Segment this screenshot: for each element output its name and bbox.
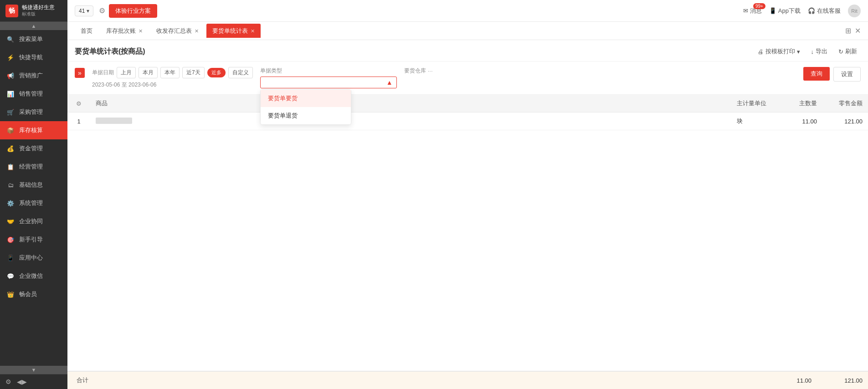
footer-amount: 121.00	[817, 377, 863, 384]
col-qty-header: 主数量	[777, 95, 822, 113]
headset-icon: 🎧	[808, 7, 815, 14]
filter-bar: » 单据日期 上月 本月 本年 近7天 近多 自定义 2023-05-0	[67, 61, 868, 95]
refresh-btn[interactable]: ↻ 刷新	[835, 46, 861, 57]
date-btn-custom[interactable]: 自定义	[228, 67, 253, 78]
sidebar-item-finance[interactable]: 💰 资金管理	[0, 139, 67, 158]
sidebar-item-sales[interactable]: 📊 销售管理	[0, 85, 67, 103]
user-avatar-area[interactable]: Rit	[848, 5, 861, 17]
sidebar-item-apps[interactable]: 📱 应用中心	[0, 249, 67, 267]
tab-home[interactable]: 首页	[75, 24, 98, 38]
tab-close-all-icon[interactable]: ✕	[855, 26, 861, 35]
table-row: 1 块 11.00 121.0	[67, 113, 868, 130]
sidebar-bottom: ⚙ ◀▶	[0, 374, 67, 389]
date-range-display: 2023-05-06 至 2023-06-06	[92, 81, 253, 89]
dropdown-item-order-return[interactable]: 要货单退货	[261, 107, 351, 124]
sidebar-item-purchase[interactable]: 🛒 采购管理	[0, 103, 67, 121]
date-btn-last7days[interactable]: 近7天	[182, 67, 205, 78]
filter-warehouse-group: 要货仓库 ···	[404, 67, 433, 75]
base-icon: 🗂	[5, 180, 15, 190]
message-icon: ✉	[743, 7, 748, 14]
date-btn-this-year[interactable]: 本年	[160, 67, 180, 78]
date-btn-more[interactable]: 近多	[207, 68, 226, 77]
trial-button[interactable]: 体验行业方案	[109, 4, 157, 18]
operations-icon: 📋	[5, 162, 15, 172]
date-label: 单据日期	[92, 69, 114, 77]
sidebar-item-search[interactable]: 🔍 搜索菜单	[0, 30, 67, 48]
tab-order-summary[interactable]: 要货单统计表 ✕	[206, 24, 261, 38]
col-product-header: 商品	[90, 95, 731, 113]
search-icon: 🔍	[5, 34, 15, 44]
tabs-right-actions: ⊞ ✕	[845, 26, 861, 35]
app-version: 标准版	[22, 11, 55, 17]
sidebar-scroll-down[interactable]: ▼	[0, 366, 67, 374]
cell-quantity: 11.00	[777, 113, 822, 130]
filter-actions: 查询 设置	[803, 67, 861, 82]
gear-icon[interactable]: ⚙	[99, 6, 105, 15]
type-dropdown-arrow[interactable]: ▲	[386, 79, 393, 86]
type-input-wrap[interactable]: ▲	[260, 77, 397, 88]
tab-expand-icon[interactable]: ⊞	[845, 26, 851, 35]
phone-icon: 📱	[769, 7, 776, 14]
guide-icon: 🎯	[5, 235, 15, 245]
print-btn[interactable]: 🖨 按模板打印 ▾	[754, 46, 804, 57]
cell-product	[90, 113, 731, 130]
tab-close-order-summary[interactable]: ✕	[251, 28, 255, 34]
sidebar-item-inventory[interactable]: 📦 库存核算	[0, 121, 67, 139]
store-selector[interactable]: 41 ▾	[75, 5, 93, 16]
sidebar-item-guide[interactable]: 🎯 新手引导	[0, 230, 67, 249]
filter-expand-button[interactable]: »	[75, 68, 85, 78]
sidebar-item-base[interactable]: 🗂 基础信息	[0, 176, 67, 194]
type-dropdown-menu: 要货单要货 要货单退货	[260, 89, 351, 125]
sidebar-scroll-up[interactable]: ▲	[0, 22, 67, 30]
enterprise-icon: 🤝	[5, 216, 15, 226]
settings-button[interactable]: 设置	[833, 67, 861, 82]
table-footer: 合计 11.00 121.00	[67, 371, 868, 389]
sidebar-item-members[interactable]: 👑 畅会员	[0, 285, 67, 303]
collapse-icon[interactable]: ◀▶	[17, 378, 27, 385]
table-wrap: ⚙ 商品 主计量单位 主数量 零	[67, 95, 868, 371]
query-button[interactable]: 查询	[803, 67, 830, 81]
sidebar-item-marketing[interactable]: 📢 营销推广	[0, 67, 67, 85]
export-btn[interactable]: ↓ 导出	[807, 46, 832, 57]
logo-icon: 畅	[5, 5, 18, 17]
header-right: ✉ 消息 99+ 📱 App下载 🎧 在线客服 Rit	[743, 5, 861, 17]
sidebar-nav: 🔍 搜索菜单 ⚡ 快捷导航 📢 营销推广 📊 销售管理 🛒 采购管理 📦 库存核…	[0, 30, 67, 366]
messages-item[interactable]: ✉ 消息 99+	[743, 7, 762, 15]
cell-amount: 121.00	[822, 113, 868, 130]
sidebar-item-operations[interactable]: 📋 经营管理	[0, 158, 67, 176]
col-unit-header: 主计量单位	[731, 95, 777, 113]
online-service-item[interactable]: 🎧 在线客服	[808, 7, 841, 15]
tab-batch-account[interactable]: 库存批次账 ✕	[100, 24, 149, 38]
warehouse-dots[interactable]: ···	[428, 67, 433, 74]
filter-date-group: 单据日期 上月 本月 本年 近7天 近多 自定义 2023-05-06 至 20…	[92, 67, 253, 89]
page-actions: 🖨 按模板打印 ▾ ↓ 导出 ↻ 刷新	[754, 46, 861, 57]
system-icon: ⚙️	[5, 198, 15, 208]
date-btn-last-month[interactable]: 上月	[117, 67, 136, 78]
cell-unit: 块	[731, 113, 777, 130]
sidebar-item-quick-nav[interactable]: ⚡ 快捷导航	[0, 48, 67, 67]
purchase-icon: 🛒	[5, 107, 15, 117]
marketing-icon: 📢	[5, 71, 15, 81]
date-btn-this-month[interactable]: 本月	[139, 67, 158, 78]
dropdown-item-order-goods[interactable]: 要货单要货	[261, 90, 351, 107]
tab-collect-summary[interactable]: 收发存汇总表 ✕	[150, 24, 205, 38]
page-title: 要货单统计表(按商品)	[75, 47, 145, 56]
page-content: 要货单统计表(按商品) 🖨 按模板打印 ▾ ↓ 导出 ↻ 刷新	[67, 40, 868, 389]
cell-no: 1	[67, 113, 90, 130]
tab-close-batch-account[interactable]: ✕	[139, 28, 143, 34]
column-settings-icon[interactable]: ⚙	[76, 100, 82, 107]
app-download-item[interactable]: 📱 App下载	[769, 7, 801, 15]
sidebar-item-wechat[interactable]: 💬 企业微信	[0, 267, 67, 285]
sidebar-item-system[interactable]: ⚙️ 系统管理	[0, 194, 67, 212]
footer-quantity: 11.00	[771, 377, 817, 384]
type-input[interactable]	[264, 79, 386, 86]
sidebar-item-enterprise[interactable]: 🤝 企业协同	[0, 212, 67, 230]
messages-badge: 99+	[753, 3, 765, 9]
wechat-icon: 💬	[5, 271, 15, 281]
product-blurred	[96, 118, 132, 124]
settings-icon[interactable]: ⚙	[5, 378, 11, 385]
tab-close-collect-summary[interactable]: ✕	[195, 28, 199, 34]
export-icon: ↓	[811, 48, 814, 55]
print-dropdown-icon: ▾	[797, 48, 800, 55]
filter-type-group: 单据类型 ▲ 要货单要货 要货单退货	[260, 67, 397, 88]
